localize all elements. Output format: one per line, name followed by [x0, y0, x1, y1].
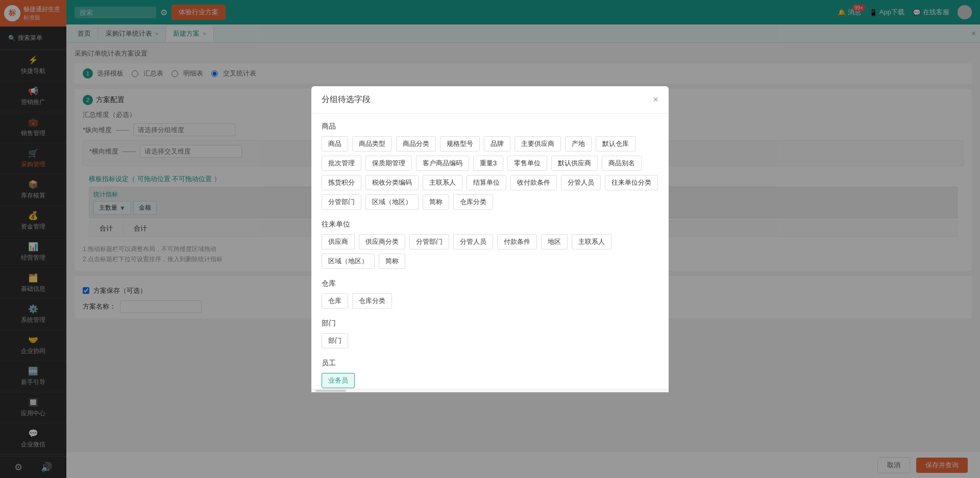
modal-scrollbar-x[interactable] [311, 389, 669, 392]
modal-close-button[interactable]: × [653, 94, 658, 105]
field-chip-partner-2[interactable]: 分管部门 [409, 234, 449, 249]
field-chip-goods-7[interactable]: 默认仓库 [596, 136, 635, 152]
field-chip-goods-19[interactable]: 收付款条件 [510, 175, 557, 190]
field-chips-department: 部门 [322, 333, 658, 348]
field-group-employee: 员工 业务员 [322, 359, 658, 388]
field-select-modal: 分组待选字段 × 商品 商品 商品类型 商品分类 规格型号 品牌 主要供应商 产… [311, 86, 669, 392]
field-chip-partner-0[interactable]: 供应商 [322, 234, 355, 249]
field-chips-employee: 业务员 [322, 373, 658, 388]
field-chip-warehouse-0[interactable]: 仓库 [322, 293, 348, 309]
modal-title: 分组待选字段 [322, 94, 371, 105]
field-chip-partner-1[interactable]: 供应商分类 [359, 234, 405, 249]
field-chip-goods-23[interactable]: 区域（地区） [365, 194, 419, 210]
field-chip-partner-6[interactable]: 主联系人 [572, 234, 611, 249]
field-chip-goods-6[interactable]: 产地 [565, 136, 592, 152]
field-chip-goods-16[interactable]: 税收分类编码 [365, 175, 419, 190]
field-chip-goods-8[interactable]: 批次管理 [322, 156, 361, 171]
field-chip-goods-14[interactable]: 商品别名 [602, 156, 642, 171]
field-chip-goods-18[interactable]: 结算单位 [467, 175, 506, 190]
field-chip-goods-17[interactable]: 主联系人 [423, 175, 462, 190]
field-chip-employee-0[interactable]: 业务员 [322, 373, 355, 388]
field-group-warehouse-title: 仓库 [322, 279, 658, 288]
field-chip-goods-10[interactable]: 客户商品编码 [416, 156, 469, 171]
field-chip-partner-4[interactable]: 付款条件 [497, 234, 537, 249]
field-group-department-title: 部门 [322, 319, 658, 328]
field-chip-goods-2[interactable]: 商品分类 [396, 136, 436, 152]
modal-body: 商品 商品 商品类型 商品分类 规格型号 品牌 主要供应商 产地 默认仓库 批次… [311, 114, 669, 389]
field-chip-goods-12[interactable]: 零售单位 [507, 156, 547, 171]
field-chip-goods-13[interactable]: 默认供应商 [551, 156, 598, 171]
modal-overlay: 分组待选字段 × 商品 商品 商品类型 商品分类 规格型号 品牌 主要供应商 产… [0, 0, 980, 478]
field-chip-goods-22[interactable]: 分管部门 [322, 194, 361, 210]
field-group-goods-title: 商品 [322, 122, 658, 131]
field-chip-department-0[interactable]: 部门 [322, 333, 348, 348]
field-chip-goods-24[interactable]: 简称 [423, 194, 449, 210]
field-chip-partner-7[interactable]: 区域（地区） [322, 254, 375, 269]
field-chip-goods-25[interactable]: 仓库分类 [453, 194, 493, 210]
field-chip-goods-11[interactable]: 重量3 [473, 156, 503, 171]
field-chip-partner-5[interactable]: 地区 [541, 234, 568, 249]
field-chip-goods-5[interactable]: 主要供应商 [514, 136, 561, 152]
field-group-partner-title: 往来单位 [322, 220, 658, 229]
field-chips-goods: 商品 商品类型 商品分类 规格型号 品牌 主要供应商 产地 默认仓库 批次管理 … [322, 136, 658, 210]
field-chips-partner: 供应商 供应商分类 分管部门 分管人员 付款条件 地区 主联系人 区域（地区） … [322, 234, 658, 269]
field-group-department: 部门 部门 [322, 319, 658, 348]
field-chip-goods-3[interactable]: 规格型号 [440, 136, 480, 152]
field-group-goods: 商品 商品 商品类型 商品分类 规格型号 品牌 主要供应商 产地 默认仓库 批次… [322, 122, 658, 210]
field-chip-goods-4[interactable]: 品牌 [484, 136, 510, 152]
field-chip-partner-8[interactable]: 简称 [379, 254, 405, 269]
field-chip-goods-9[interactable]: 保质期管理 [365, 156, 412, 171]
field-chip-partner-3[interactable]: 分管人员 [453, 234, 493, 249]
field-group-employee-title: 员工 [322, 359, 658, 368]
field-chip-goods-0[interactable]: 商品 [322, 136, 348, 152]
field-chips-warehouse: 仓库 仓库分类 [322, 293, 658, 309]
field-group-warehouse: 仓库 仓库 仓库分类 [322, 279, 658, 309]
field-chip-goods-15[interactable]: 拣货积分 [322, 175, 361, 190]
field-group-partner: 往来单位 供应商 供应商分类 分管部门 分管人员 付款条件 地区 主联系人 区域… [322, 220, 658, 269]
modal-header: 分组待选字段 × [311, 86, 669, 114]
field-chip-warehouse-1[interactable]: 仓库分类 [352, 293, 392, 309]
field-chip-goods-1[interactable]: 商品类型 [352, 136, 392, 152]
field-chip-goods-21[interactable]: 往来单位分类 [605, 175, 658, 190]
field-chip-goods-20[interactable]: 分管人员 [561, 175, 601, 190]
